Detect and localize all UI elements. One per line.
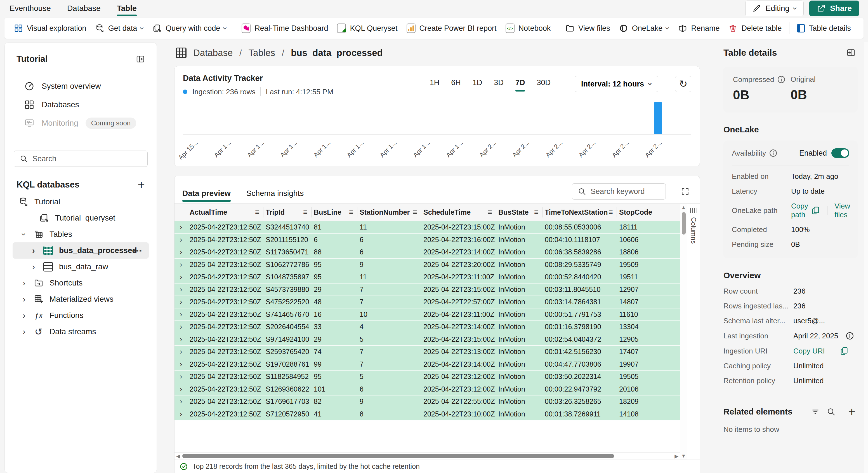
tree-item-tutorial-queryset[interactable]: Tutorial_queryset xyxy=(12,210,149,226)
column-menu-icon[interactable]: ≡ xyxy=(349,208,353,217)
editing-mode-button[interactable]: Editing › xyxy=(745,1,804,16)
column-menu-icon[interactable]: ≡ xyxy=(255,208,259,217)
ingestion-bar[interactable] xyxy=(654,102,662,134)
copy-icon[interactable] xyxy=(839,347,848,355)
row-expander-icon[interactable]: › xyxy=(175,321,187,333)
table-row[interactable]: ›2025-04-22T23:12:50ZS2011155120662025-0… xyxy=(175,234,680,246)
view-files-button[interactable]: View files xyxy=(561,20,615,36)
row-expander-icon[interactable]: › xyxy=(175,221,187,233)
row-expander-icon[interactable]: › xyxy=(175,408,187,420)
column-header-stopcode[interactable]: StopCode xyxy=(617,204,680,221)
range-6h[interactable]: 6H xyxy=(451,78,461,90)
column-header-scheduletime[interactable]: ScheduleTime≡ xyxy=(421,204,496,221)
vertical-scroll-thumb[interactable] xyxy=(682,212,686,235)
chevron-right-icon[interactable]: › xyxy=(30,246,37,255)
row-expander-icon[interactable]: › xyxy=(175,371,187,383)
column-header-busline[interactable]: BusLine≡ xyxy=(312,204,358,221)
scroll-left-icon[interactable]: ◀ xyxy=(176,454,180,459)
horizontal-scroll-thumb[interactable] xyxy=(182,454,614,458)
sidebar-item-system-overview[interactable]: System overview xyxy=(12,77,149,95)
vertical-scrollbar[interactable]: ▲ ▼ xyxy=(680,204,687,460)
sidebar-item-databases[interactable]: Databases xyxy=(12,95,149,114)
row-expander-icon[interactable]: › xyxy=(175,259,187,271)
chevron-right-icon[interactable]: › xyxy=(21,279,28,287)
collapse-details-button[interactable] xyxy=(844,46,858,59)
share-button[interactable]: Share xyxy=(809,1,859,16)
table-row[interactable]: ›2025-04-22T23:12:50ZS11825849529552025-… xyxy=(175,371,680,383)
tree-item-bus-data-raw[interactable]: › bus_data_raw xyxy=(12,259,149,275)
row-expander-icon[interactable]: › xyxy=(175,346,187,358)
row-expander-icon[interactable]: › xyxy=(175,383,187,395)
table-details-button[interactable]: Table details xyxy=(792,20,856,36)
table-row[interactable]: ›2025-04-22T23:12:50ZS71205729504182025-… xyxy=(175,408,680,421)
tab-data-preview[interactable]: Data preview xyxy=(182,189,231,204)
copy-uri-link[interactable]: Copy URI xyxy=(793,347,825,355)
table-row[interactable]: ›2025-04-22T23:12:50ZS20264045543342025-… xyxy=(175,321,680,333)
page-scrollbar[interactable] xyxy=(864,42,868,473)
range-30d[interactable]: 30D xyxy=(537,78,551,90)
chevron-right-icon[interactable]: › xyxy=(30,263,37,271)
scroll-down-icon[interactable]: ▼ xyxy=(681,453,686,459)
row-expander-icon[interactable]: › xyxy=(175,296,187,308)
range-1h[interactable]: 1H xyxy=(430,78,440,90)
tree-item-tables[interactable]: › Tables xyxy=(12,226,149,242)
range-7d[interactable]: 7D xyxy=(516,78,525,90)
table-row[interactable]: ›2025-04-22T23:12:50ZS126936062210162025… xyxy=(175,383,680,396)
column-menu-icon[interactable]: ≡ xyxy=(303,208,308,217)
add-database-button[interactable]: + xyxy=(135,179,147,191)
tab-database[interactable]: Database xyxy=(67,0,101,17)
get-data-button[interactable]: Get data › xyxy=(91,20,149,36)
more-options-icon[interactable]: ⋯ xyxy=(132,245,143,256)
copy-path-link[interactable]: Copy path xyxy=(791,202,820,219)
column-menu-icon[interactable]: ≡ xyxy=(413,208,417,217)
column-menu-icon[interactable]: ≡ xyxy=(534,208,538,217)
row-expander-icon[interactable]: › xyxy=(175,333,187,346)
column-menu-icon[interactable]: ≡ xyxy=(609,208,613,217)
column-header-timetonextstation[interactable]: TimeToNextStation≡ xyxy=(542,204,617,221)
scroll-up-icon[interactable]: ▲ xyxy=(681,205,686,210)
table-row[interactable]: ›2025-04-22T23:12:50ZS741465767016102025… xyxy=(175,308,680,321)
info-icon[interactable] xyxy=(845,331,854,340)
interval-dropdown[interactable]: Interval: 12 hours › xyxy=(575,76,658,92)
table-row[interactable]: ›2025-04-22T23:12:50ZS11736504718862025-… xyxy=(175,246,680,259)
collapse-sidebar-button[interactable] xyxy=(134,52,147,66)
real-time-dashboard-button[interactable]: Real-Time Dashboard xyxy=(237,20,333,36)
tree-item-data-streams[interactable]: › ↺ Data streams xyxy=(12,324,149,340)
horizontal-scrollbar[interactable]: ◀ ▶ xyxy=(175,452,680,460)
sidebar-search-input[interactable] xyxy=(32,154,142,163)
tree-item-shortcuts[interactable]: › Shortcuts xyxy=(12,275,149,291)
breadcrumb-tables[interactable]: Tables xyxy=(249,48,275,58)
table-row[interactable]: ›2025-04-22T23:12:50ZS47525225204872025-… xyxy=(175,296,680,308)
tree-item-materialized-views[interactable]: › Materialized views xyxy=(12,291,149,307)
table-row[interactable]: ›2025-04-22T23:12:50ZS97149241002952025-… xyxy=(175,333,680,346)
column-header-busstate[interactable]: BusState≡ xyxy=(496,204,542,221)
table-row[interactable]: ›2025-04-22T23:12:50ZS324451374081112025… xyxy=(175,221,680,234)
table-row[interactable]: ›2025-04-22T23:12:50ZS17696177038292025-… xyxy=(175,395,680,408)
columns-side-panel-tab[interactable]: Columns xyxy=(687,204,700,460)
tree-item-bus-data-processed[interactable]: › bus_data_processed ⋯ xyxy=(12,242,149,259)
tree-item-database-tutorial[interactable]: Tutorial xyxy=(12,194,149,210)
table-row[interactable]: ›2025-04-22T23:12:50ZS45737398802972025-… xyxy=(175,284,680,296)
filter-button[interactable] xyxy=(809,405,822,418)
column-menu-icon[interactable]: ≡ xyxy=(488,208,492,217)
range-3d[interactable]: 3D xyxy=(494,78,504,90)
row-expander-icon[interactable]: › xyxy=(175,308,187,321)
tab-table[interactable]: Table xyxy=(117,0,137,17)
info-icon[interactable] xyxy=(769,149,778,157)
chevron-right-icon[interactable]: › xyxy=(21,311,28,320)
range-1d[interactable]: 1D xyxy=(473,78,483,90)
rename-button[interactable]: Rename xyxy=(674,20,724,36)
scroll-right-icon[interactable]: ▶ xyxy=(675,454,678,459)
query-with-code-button[interactable]: Query with code › xyxy=(148,20,231,36)
chevron-right-icon[interactable]: › xyxy=(21,295,28,303)
create-powerbi-report-button[interactable]: Create Power BI report xyxy=(402,20,501,36)
column-header-tripid[interactable]: TripId≡ xyxy=(264,204,312,221)
search-related-button[interactable] xyxy=(825,405,838,418)
column-header-stationnumber[interactable]: StationNumber≡ xyxy=(358,204,421,221)
onelake-button[interactable]: OneLake › xyxy=(615,20,674,36)
row-expander-icon[interactable]: › xyxy=(175,358,187,371)
keyword-search-input[interactable] xyxy=(591,187,690,196)
table-row[interactable]: ›2025-04-22T23:12:50ZS10627727869592025-… xyxy=(175,259,680,271)
availability-toggle[interactable] xyxy=(831,148,849,158)
add-related-button[interactable]: + xyxy=(846,406,858,418)
